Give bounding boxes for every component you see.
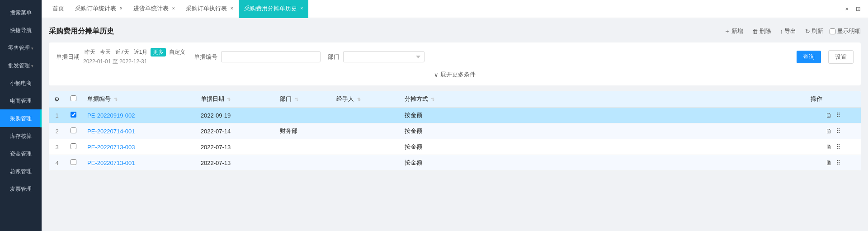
- table-body: 1 PE-20220919-002 2022-09-19 按金额 🗎 ⠿ 2 P…: [49, 108, 861, 171]
- shortcut-yesterday[interactable]: 昨天: [83, 48, 97, 57]
- close-window-button[interactable]: ×: [843, 4, 850, 14]
- view-icon-1[interactable]: 🗎: [826, 112, 832, 119]
- sidebar-item-quick-nav[interactable]: 快捷导航: [0, 21, 42, 39]
- data-table: ⚙ 单据编号 ⇅ 单据日期 ⇅ 部门: [49, 91, 861, 171]
- sort-icon-doc-no[interactable]: ⇅: [114, 97, 118, 102]
- row-checkbox-4[interactable]: [71, 159, 76, 165]
- doc-no-filter-item: 单据编号: [194, 51, 321, 62]
- close-icon[interactable]: ×: [301, 6, 303, 11]
- sort-icon-handler[interactable]: ⇅: [357, 97, 361, 102]
- row-ops-4: 🗎 ⠿: [805, 155, 861, 171]
- row-doc-no-2: PE-20220714-001: [82, 123, 195, 139]
- chevron-down-icon: ∨: [434, 71, 439, 78]
- row-checkbox-1[interactable]: [71, 112, 76, 118]
- sort-icon-split-method[interactable]: ⇅: [431, 97, 434, 102]
- col-doc-no: 单据编号 ⇅: [82, 91, 195, 108]
- sidebar-item-inventory[interactable]: 库存核算: [0, 127, 42, 145]
- row-split-method-2: 按金额: [399, 123, 805, 139]
- table-header-row: ⚙ 单据编号 ⇅ 单据日期 ⇅ 部门: [49, 91, 861, 108]
- more-icon-3[interactable]: ⠿: [836, 143, 840, 151]
- sort-icon-doc-date[interactable]: ⇅: [227, 97, 231, 102]
- data-table-container: ⚙ 单据编号 ⇅ 单据日期 ⇅ 部门: [49, 91, 861, 171]
- shortcut-today[interactable]: 今天: [99, 48, 112, 57]
- row-dept-2: 财务部: [274, 123, 331, 139]
- col-dept: 部门 ⇅: [274, 91, 331, 108]
- row-doc-no-3: PE-20220713-003: [82, 139, 195, 155]
- tab-incoming-stats[interactable]: 进货单统计表 ×: [128, 0, 180, 18]
- row-dept-4: [274, 155, 331, 171]
- row-num-2: 2: [49, 123, 65, 139]
- close-icon[interactable]: ×: [172, 6, 175, 11]
- doc-no-label: 单据编号: [194, 53, 217, 61]
- shortcut-more[interactable]: 更多: [151, 48, 166, 57]
- row-dept-3: [274, 139, 331, 155]
- view-icon-4[interactable]: 🗎: [826, 159, 832, 166]
- row-ops-1: 🗎 ⠿: [805, 108, 861, 123]
- close-icon[interactable]: ×: [231, 6, 233, 11]
- doc-no-input[interactable]: [221, 51, 321, 62]
- shortcut-1month[interactable]: 近1月: [132, 48, 149, 57]
- table-row: 4 PE-20220713-001 2022-07-13 按金额 🗎 ⠿: [49, 155, 861, 171]
- more-icon-4[interactable]: ⠿: [836, 159, 840, 166]
- row-num-1: 1: [49, 108, 65, 123]
- doc-no-link-3[interactable]: PE-20220713-003: [87, 144, 135, 151]
- tab-bar: 首页 采购订单统计表 × 进货单统计表 × 采购订单执行表 × 采购费用分摊单历…: [42, 0, 868, 18]
- sidebar-item-ledger[interactable]: 总账管理: [0, 162, 42, 180]
- doc-no-link-1[interactable]: PE-20220919-002: [87, 112, 135, 119]
- header-actions: ＋ 新增 🗑 删除 ↑ 导出 ↻ 刷新 显示明细: [722, 25, 861, 37]
- tab-purchase-cost-history[interactable]: 采购费用分摊单历史 ×: [239, 0, 309, 18]
- page-title: 采购费用分摊单历史: [49, 27, 114, 36]
- filter-row-1: 单据日期 昨天 今天 近7天 近1月 更多 自定义 2022-01-01 至 2…: [56, 48, 854, 66]
- tab-home[interactable]: 首页: [47, 0, 70, 18]
- dept-select[interactable]: [343, 51, 425, 62]
- view-icon-2[interactable]: 🗎: [826, 127, 832, 135]
- sort-icon-dept[interactable]: ⇅: [295, 97, 298, 102]
- sidebar-item-ecommerce[interactable]: 电商管理: [0, 92, 42, 109]
- date-range-display: 2022-01-01 至 2022-12-31: [83, 58, 187, 66]
- shortcut-7days[interactable]: 近7天: [114, 48, 131, 57]
- page-header: 采购费用分摊单历史 ＋ 新增 🗑 删除 ↑ 导出 ↻ 刷新: [49, 25, 861, 37]
- date-filter-label: 单据日期: [56, 53, 80, 61]
- row-ops-2: 🗎 ⠿: [805, 123, 861, 139]
- select-all-checkbox[interactable]: [71, 95, 76, 101]
- tab-purchase-order-stats[interactable]: 采购订单统计表 ×: [70, 0, 128, 18]
- show-cols-checkbox-input[interactable]: [830, 28, 835, 34]
- sidebar-item-purchase[interactable]: 采购管理: [0, 109, 42, 127]
- setting-button[interactable]: 设置: [828, 50, 854, 64]
- row-checkbox-3[interactable]: [71, 143, 76, 149]
- row-num-4: 4: [49, 155, 65, 171]
- add-button[interactable]: ＋ 新增: [722, 25, 746, 37]
- more-icon-2[interactable]: ⠿: [836, 127, 840, 135]
- sidebar-item-wholesale[interactable]: 批发管理 ▾: [0, 57, 42, 74]
- dept-filter-item: 部门: [328, 51, 425, 62]
- sidebar-item-retail[interactable]: 零售管理 ▾: [0, 39, 42, 57]
- row-checkbox-2[interactable]: [71, 127, 76, 133]
- row-doc-date-2: 2022-07-14: [195, 123, 274, 139]
- restore-window-button[interactable]: ⊡: [854, 4, 863, 14]
- expand-conditions-button[interactable]: ∨ 展开更多条件: [429, 69, 480, 80]
- col-checkbox: [65, 91, 82, 108]
- row-checkbox-cell-1: [65, 108, 82, 123]
- sidebar-item-search[interactable]: 搜索菜单: [0, 4, 42, 21]
- sidebar-item-mini-shop[interactable]: 小畅电商: [0, 74, 42, 92]
- tab-purchase-exec[interactable]: 采购订单执行表 ×: [180, 0, 239, 18]
- table-row: 2 PE-20220714-001 2022-07-14 财务部 按金额 🗎 ⠿: [49, 123, 861, 139]
- refresh-button[interactable]: ↻ 刷新: [802, 25, 826, 37]
- filter-area: 单据日期 昨天 今天 近7天 近1月 更多 自定义 2022-01-01 至 2…: [49, 42, 861, 85]
- doc-no-link-4[interactable]: PE-20220713-001: [87, 160, 135, 166]
- shortcut-custom[interactable]: 自定义: [168, 48, 187, 57]
- show-cols-toggle[interactable]: 显示明细: [830, 27, 861, 35]
- sidebar-item-invoice[interactable]: 发票管理: [0, 180, 42, 198]
- doc-no-link-2[interactable]: PE-20220714-001: [87, 128, 135, 135]
- refresh-icon: ↻: [805, 28, 810, 35]
- delete-icon: 🗑: [752, 28, 758, 35]
- close-icon[interactable]: ×: [120, 6, 123, 11]
- view-icon-3[interactable]: 🗎: [826, 143, 832, 151]
- col-settings[interactable]: ⚙: [49, 91, 65, 108]
- delete-button[interactable]: 🗑 删除: [750, 25, 774, 37]
- row-checkbox-cell-3: [65, 139, 82, 155]
- export-button[interactable]: ↑ 导出: [778, 25, 799, 37]
- more-icon-1[interactable]: ⠿: [836, 112, 840, 119]
- query-button[interactable]: 查询: [797, 51, 821, 63]
- sidebar-item-finance[interactable]: 资金管理: [0, 145, 42, 162]
